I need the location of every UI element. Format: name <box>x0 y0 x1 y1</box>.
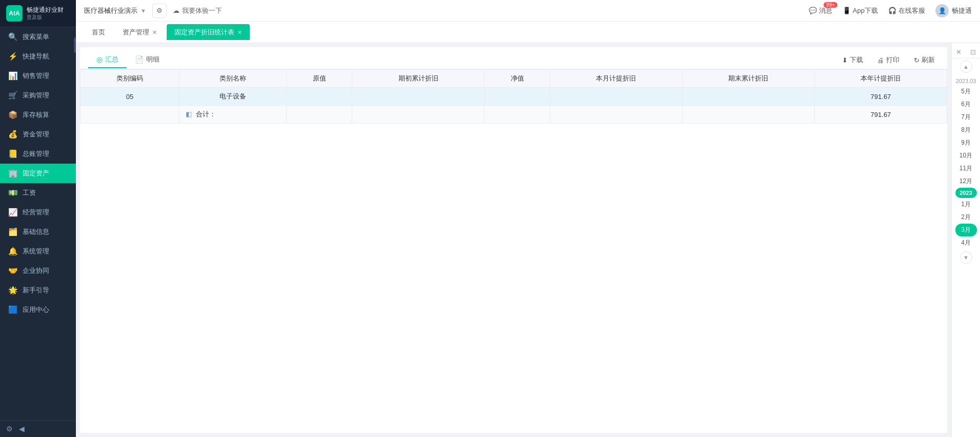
table-total-row: ◧ 合计： 791.67 <box>81 106 947 124</box>
sidebar-item-purchase[interactable]: 🛒 采购管理 <box>0 86 76 105</box>
cloud-icon: ☁ <box>173 7 179 14</box>
salary-icon: 💵 <box>8 188 17 197</box>
sidebar-item-enterprise[interactable]: 🤝 企业协同 <box>0 261 76 281</box>
sidebar-label: 新手引导 <box>23 286 49 295</box>
user-profile[interactable]: 👤 畅捷通 <box>935 4 972 17</box>
download-button[interactable]: ⬇ 下载 <box>838 53 867 67</box>
panel-close-button[interactable]: ✕ <box>956 48 962 56</box>
app-download-button[interactable]: 📱 App下载 <box>843 6 878 15</box>
row-net <box>485 88 550 106</box>
month-item-active[interactable]: 3月 <box>955 224 977 236</box>
row-original <box>287 88 352 106</box>
system-icon: 🔔 <box>8 247 17 256</box>
row-monthly <box>550 88 682 106</box>
total-icon: ◧ <box>186 110 192 118</box>
tab-depreciation[interactable]: 固定资产折旧统计表 ✕ <box>167 24 250 40</box>
sidebar-logo: AtA 畅捷通好业财 普及版 <box>0 0 76 27</box>
month-item[interactable]: 4月 <box>955 236 977 249</box>
tab-asset-mgmt[interactable]: 资产管理 ✕ <box>115 24 165 40</box>
sidebar-item-fixed[interactable]: 🏢 固定资产 <box>0 164 76 183</box>
panel-nav-down[interactable]: ▼ <box>960 251 972 264</box>
inventory-icon: 📦 <box>8 110 17 120</box>
sub-tab-label: 明细 <box>146 55 159 64</box>
month-item[interactable]: 2月 <box>955 211 977 224</box>
headset-icon: 🎧 <box>888 7 896 14</box>
row-annual: 791.67 <box>814 88 947 106</box>
refresh-button[interactable]: ↻ 刷新 <box>910 53 939 67</box>
month-item[interactable]: 1月 <box>955 198 977 211</box>
col-beginning-accum: 期初累计折旧 <box>352 70 485 88</box>
print-button[interactable]: 🖨 打印 <box>873 53 904 67</box>
funds-icon: 💰 <box>8 130 17 139</box>
detail-icon: 📄 <box>135 55 144 64</box>
col-annual: 本年计提折旧 <box>814 70 947 88</box>
tab-home[interactable]: 首页 <box>84 24 113 40</box>
sidebar-item-guide[interactable]: 🌟 新手引导 <box>0 281 76 300</box>
sidebar-label: 固定资产 <box>23 169 49 178</box>
row-ending-accum <box>682 88 814 106</box>
month-item[interactable]: 8月 <box>955 124 977 136</box>
sidebar-item-inventory[interactable]: 📦 库存核算 <box>0 105 76 125</box>
tab-label: 资产管理 <box>123 28 149 37</box>
content-area: ◎ 汇总 📄 明细 ⬇ 下载 🖨 打印 <box>76 43 980 437</box>
sidebar-item-search[interactable]: 🔍 搜索菜单 <box>0 27 76 47</box>
customer-service-button[interactable]: 🎧 在线客服 <box>888 6 925 15</box>
month-item[interactable]: 10月 <box>955 149 977 162</box>
sidebar-item-operations[interactable]: 📈 经营管理 <box>0 203 76 222</box>
experience-button[interactable]: ☁ 我要体验一下 <box>173 6 222 15</box>
operations-icon: 📈 <box>8 208 17 217</box>
sidebar-item-system[interactable]: 🔔 系统管理 <box>0 242 76 261</box>
month-item[interactable]: 11月 <box>955 162 977 175</box>
guide-icon: 🌟 <box>8 286 17 295</box>
tab-label: 固定资产折旧统计表 <box>174 28 234 37</box>
row-code: 05 <box>81 88 179 106</box>
message-icon: 💬 <box>809 7 817 14</box>
sidebar-item-funds[interactable]: 💰 资金管理 <box>0 125 76 144</box>
phone-icon: 📱 <box>843 7 851 14</box>
message-button[interactable]: 💬 消息 99+ <box>809 6 832 15</box>
row-beginning-accum <box>352 88 485 106</box>
sidebar-item-sales[interactable]: 📊 销售管理 <box>0 66 76 86</box>
sidebar-label: 应用中心 <box>23 305 49 314</box>
quicknav-icon: ⚡ <box>8 52 17 61</box>
sidebar-label: 库存核算 <box>23 110 49 120</box>
sidebar-item-quicknav[interactable]: ⚡ 快捷导航 <box>0 47 76 66</box>
sub-tab-detail[interactable]: 📄 明细 <box>127 52 168 68</box>
month-item[interactable]: 9月 <box>955 136 977 149</box>
total-annual: 791.67 <box>814 106 947 124</box>
panel-nav-up[interactable]: ▲ <box>960 61 972 73</box>
month-item[interactable]: 6月 <box>955 98 977 111</box>
company-selector[interactable]: 医疗器械行业演示 ▼ <box>84 6 146 15</box>
tab-close-icon[interactable]: ✕ <box>237 29 242 36</box>
topbar: 医疗器械行业演示 ▼ ⚙ ☁ 我要体验一下 💬 消息 99+ 📱 App下载 🎧… <box>76 0 980 22</box>
sales-icon: 📊 <box>8 71 17 81</box>
collapse-button[interactable]: ◀ <box>19 425 25 433</box>
sidebar-item-apps[interactable]: 🟦 应用中心 <box>0 300 76 320</box>
settings-button[interactable]: ⚙ <box>6 425 13 433</box>
topbar-settings-button[interactable]: ⚙ <box>152 4 167 18</box>
sidebar-item-ledger[interactable]: 📒 总账管理 <box>0 144 76 164</box>
tabs-bar: 首页 资产管理 ✕ 固定资产折旧统计表 ✕ <box>76 22 980 43</box>
month-item[interactable]: 12月 <box>955 175 977 188</box>
panel-controls: ✕ ⊡ <box>952 46 980 58</box>
sidebar-label: 资金管理 <box>23 130 49 139</box>
print-label: 打印 <box>886 55 899 65</box>
company-name: 医疗器械行业演示 <box>84 6 137 15</box>
col-original: 原值 <box>287 70 352 88</box>
panel-expand-button[interactable]: ⊡ <box>970 48 976 56</box>
download-label: 下载 <box>850 55 863 65</box>
enterprise-icon: 🤝 <box>8 266 17 275</box>
month-item[interactable]: 7月 <box>955 111 977 124</box>
toolbar: ⬇ 下载 🖨 打印 ↻ 刷新 <box>838 51 939 69</box>
sidebar-label: 快捷导航 <box>23 52 49 61</box>
sidebar-item-base[interactable]: 🗂️ 基础信息 <box>0 222 76 242</box>
month-item[interactable]: 5月 <box>955 85 977 98</box>
tab-label: 首页 <box>92 28 105 37</box>
sub-tab-summary[interactable]: ◎ 汇总 <box>88 52 127 68</box>
settings-icon: ⚙ <box>156 7 163 14</box>
sidebar-label: 系统管理 <box>23 247 49 256</box>
tab-close-icon[interactable]: ✕ <box>152 29 157 36</box>
search-icon: 🔍 <box>8 32 17 42</box>
sidebar-item-salary[interactable]: 💵 工资 <box>0 183 76 203</box>
logo-icon: AtA <box>6 5 23 22</box>
